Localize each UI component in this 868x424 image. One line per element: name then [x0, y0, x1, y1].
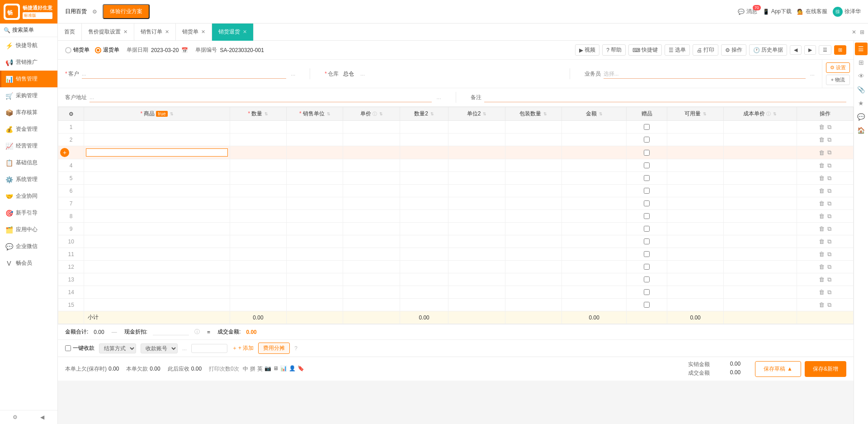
pkg-cell[interactable]: [505, 223, 561, 235]
tab-home[interactable]: 首页: [58, 24, 82, 41]
sidebar-item-operation[interactable]: 📈 经营管理: [0, 138, 57, 154]
amount-cell[interactable]: [562, 261, 627, 273]
logistics-side-btn[interactable]: + 物流: [826, 75, 850, 85]
print-btn[interactable]: 🖨 打印: [693, 44, 718, 56]
price-cell[interactable]: [343, 159, 400, 172]
copy-icon[interactable]: ⧉: [827, 276, 831, 283]
unit-cell[interactable]: [287, 185, 343, 197]
avail-cell[interactable]: [667, 185, 723, 197]
unit-cell[interactable]: [287, 210, 343, 223]
unit2-cell[interactable]: [448, 223, 505, 235]
price-cell[interactable]: [343, 273, 400, 286]
online-service-button[interactable]: 💁 在线客服: [797, 8, 827, 15]
qty-cell[interactable]: [230, 146, 286, 159]
amount-cell[interactable]: [562, 185, 627, 197]
pkg-cell[interactable]: [505, 159, 561, 172]
delete-icon[interactable]: 🗑: [819, 200, 825, 207]
en-btn[interactable]: 英: [257, 365, 263, 373]
pkg-cell[interactable]: [505, 197, 561, 210]
product-cell[interactable]: [84, 210, 230, 223]
address-input[interactable]: [90, 93, 432, 102]
price-cell[interactable]: [343, 261, 400, 273]
amount-cell[interactable]: [562, 133, 627, 146]
amount-cell[interactable]: [562, 223, 627, 235]
amount-cell[interactable]: [562, 248, 627, 261]
pkg-cell[interactable]: [505, 299, 561, 311]
sidebar-item-guide[interactable]: 🎯 新手引导: [0, 205, 57, 221]
save-draft-button[interactable]: 保存草稿 ▲: [755, 361, 801, 377]
delete-icon[interactable]: 🗑: [819, 238, 825, 245]
avail-cell[interactable]: [667, 121, 723, 133]
delete-icon[interactable]: 🗑: [819, 225, 825, 232]
copy-icon[interactable]: ⧉: [827, 162, 831, 169]
qty-cell[interactable]: [230, 248, 286, 261]
qty-cell[interactable]: [230, 185, 286, 197]
qty-cell[interactable]: [230, 223, 286, 235]
gift-cell[interactable]: [627, 133, 667, 146]
copy-icon[interactable]: ⧉: [827, 136, 831, 143]
qty2-cell[interactable]: [400, 273, 448, 286]
gift-cell[interactable]: [627, 235, 667, 248]
product-cell[interactable]: [84, 159, 230, 172]
amount-cell[interactable]: [562, 146, 627, 159]
unit2-cell[interactable]: [448, 159, 505, 172]
app-download-button[interactable]: 📱 App下载: [763, 8, 792, 15]
gift-cell[interactable]: [627, 248, 667, 261]
qty2-cell[interactable]: [400, 172, 448, 185]
amount-cell[interactable]: [562, 235, 627, 248]
qty-cell[interactable]: [230, 273, 286, 286]
unit-cell[interactable]: [287, 223, 343, 235]
pkg-cell[interactable]: [505, 235, 561, 248]
gift-checkbox[interactable]: [644, 124, 650, 130]
product-cell[interactable]: [84, 185, 230, 197]
sidebar-item-purchase[interactable]: 🛒 采购管理: [0, 87, 57, 104]
grid-view-btn[interactable]: ⊞: [834, 45, 846, 55]
tab-close-all-icon[interactable]: ✕: [852, 29, 856, 35]
avail-cell[interactable]: [667, 210, 723, 223]
gift-checkbox[interactable]: [644, 264, 650, 270]
price-cell[interactable]: [343, 121, 400, 133]
right-panel-btn-4[interactable]: 📎: [855, 83, 868, 96]
avail-cell[interactable]: [667, 261, 723, 273]
account-dots[interactable]: ...: [182, 345, 187, 352]
tab-grid-icon[interactable]: ⊞: [860, 29, 864, 35]
amount-cell[interactable]: [562, 159, 627, 172]
cost-cell[interactable]: [724, 273, 797, 286]
sidebar-item-system[interactable]: ⚙️ 系统管理: [0, 171, 57, 188]
delete-icon[interactable]: 🗑: [819, 289, 825, 295]
cost-cell[interactable]: [724, 235, 797, 248]
product-cell[interactable]: [84, 223, 230, 235]
avail-cell[interactable]: [667, 159, 723, 172]
product-cell[interactable]: [84, 273, 230, 286]
price-cell[interactable]: [343, 223, 400, 235]
avail-cell[interactable]: [667, 235, 723, 248]
cost-cell[interactable]: [724, 133, 797, 146]
cost-cell[interactable]: [724, 286, 797, 299]
amount-cell[interactable]: [562, 210, 627, 223]
copy-icon[interactable]: ⧉: [827, 238, 831, 245]
note-input[interactable]: [484, 93, 847, 102]
qty-cell[interactable]: [230, 286, 286, 299]
unit-cell[interactable]: [287, 261, 343, 273]
price-cell[interactable]: [343, 235, 400, 248]
unit2-cell[interactable]: [448, 261, 505, 273]
shortcut-btn[interactable]: ⌨ 快捷键: [628, 44, 662, 56]
cost-cell[interactable]: [724, 223, 797, 235]
date-value[interactable]: 2023-03-20: [151, 47, 179, 53]
tab-sales-return[interactable]: 销货退货 ✕: [212, 24, 254, 41]
amount-cell[interactable]: [562, 121, 627, 133]
amount-cell[interactable]: [562, 197, 627, 210]
settings-icon[interactable]: ⚙: [92, 9, 97, 15]
delete-icon[interactable]: 🗑: [819, 187, 825, 194]
gift-cell[interactable]: [627, 299, 667, 311]
pkg-cell[interactable]: [505, 185, 561, 197]
gift-checkbox[interactable]: [644, 238, 650, 244]
tab-close-icon[interactable]: ✕: [201, 29, 205, 35]
save-new-button[interactable]: 保存&新增: [805, 361, 846, 377]
copy-icon[interactable]: ⧉: [827, 251, 831, 258]
customer-dots[interactable]: ...: [291, 71, 295, 77]
product-cell[interactable]: [84, 235, 230, 248]
select-btn[interactable]: ☰ 选单: [665, 44, 690, 56]
qty-cell[interactable]: [230, 235, 286, 248]
qty2-cell[interactable]: [400, 299, 448, 311]
